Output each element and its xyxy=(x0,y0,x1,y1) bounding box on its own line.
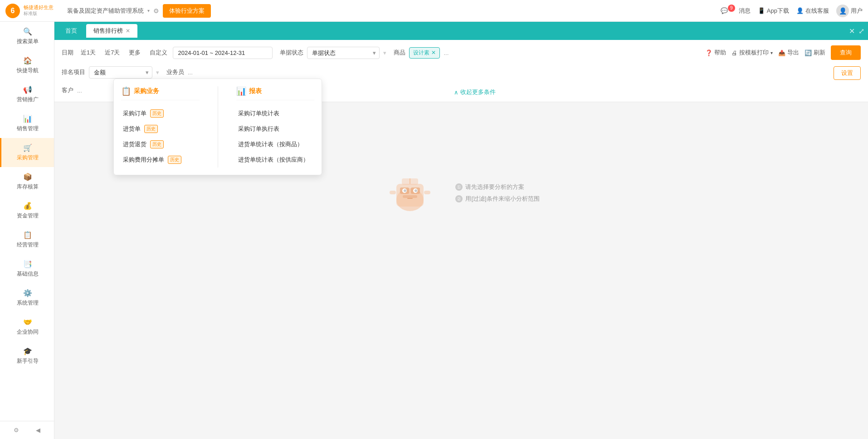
tab-home[interactable]: 首页 xyxy=(58,24,84,38)
sidebar-label-sales: 销售管理 xyxy=(17,125,39,133)
return-history-badge[interactable]: 历史 xyxy=(150,140,164,148)
sales-icon: 📊 xyxy=(23,114,32,123)
online-service-action[interactable]: 👤 在线客服 xyxy=(796,7,829,15)
app-download-label: App下载 xyxy=(767,7,789,15)
doc-status-label: 单据状态 xyxy=(280,49,303,57)
export-action[interactable]: 📤 导出 xyxy=(778,49,799,57)
sidebar-item-quick-nav[interactable]: 🏠 快捷导航 xyxy=(0,51,54,80)
customer-more[interactable]: ... xyxy=(77,87,82,94)
goods-tag-close-icon[interactable]: ✕ xyxy=(431,49,436,56)
logo-icon: 6 xyxy=(5,4,20,18)
tabbar-actions: ✕ ⤢ xyxy=(849,27,864,35)
help-action[interactable]: ❓ 帮助 xyxy=(705,49,726,57)
goods-filter: 商品 设计素 ✕ ... xyxy=(394,47,449,59)
menu-item-expense[interactable]: 采购费用分摊单 历史 xyxy=(121,152,200,168)
purchase-order-history-badge[interactable]: 历史 xyxy=(150,109,164,118)
menu-item-inbound-stats-supplier[interactable]: 进货单统计表（按供应商） xyxy=(236,152,315,168)
goods-more[interactable]: ... xyxy=(444,49,449,56)
sidebar-item-guide[interactable]: 🎓 新手引导 xyxy=(0,341,54,370)
report-section: 📊 报表 采购订单统计表 采购订单执行表 进货单统计表（按商品） 进货单统计表（… xyxy=(236,86,315,168)
svg-rect-11 xyxy=(424,191,430,194)
sidebar-item-search[interactable]: 🔍 搜索菜单 xyxy=(0,22,54,51)
menu-item-order-stats[interactable]: 采购订单统计表 xyxy=(236,106,315,121)
sidebar-item-base-info[interactable]: 📑 基础信息 xyxy=(0,254,54,283)
marketing-icon: 📢 xyxy=(23,85,32,94)
sidebar-item-inventory[interactable]: 📦 库存核算 xyxy=(0,167,54,196)
settings-icon[interactable]: ⚙ xyxy=(14,427,19,434)
goods-tag: 设计素 ✕ xyxy=(409,47,440,59)
menu-item-purchase-order[interactable]: 采购订单 历史 xyxy=(121,106,200,121)
print-action[interactable]: 🖨 按模板打印 ▾ xyxy=(731,49,773,57)
sidebar-item-marketing[interactable]: 📢 营销推广 xyxy=(0,80,54,109)
collapse-sidebar-icon[interactable]: ◀ xyxy=(36,427,40,434)
ranking-label: 排名项目 xyxy=(62,68,85,76)
sidebar-bottom: ⚙ ◀ xyxy=(0,421,54,439)
refresh-action[interactable]: 🔄 刷新 xyxy=(805,49,825,57)
toolbar-row: 日期 近1天 近7天 更多 自定义 单据状态 单据状态 xyxy=(62,45,861,60)
date-preset-1day[interactable]: 近1天 xyxy=(77,47,99,59)
operations-icon: 📋 xyxy=(23,231,32,239)
sidebar-item-operations[interactable]: 📋 经营管理 xyxy=(0,225,54,254)
ranking-filter: 排名项目 金额 ▾ xyxy=(62,66,159,79)
menu-item-return[interactable]: 进货退货 历史 xyxy=(121,137,200,152)
inbound-history-badge[interactable]: 历史 xyxy=(144,125,158,133)
tab-close-window-icon[interactable]: ✕ xyxy=(849,27,855,35)
message-action[interactable]: 💬 9 消息 xyxy=(721,7,751,15)
message-icon: 💬 xyxy=(721,7,728,14)
finance-icon: 💰 xyxy=(23,202,32,210)
goods-tag-text: 设计素 xyxy=(413,49,429,57)
sidebar-label-inventory: 库存核算 xyxy=(17,183,39,191)
expense-history-badge[interactable]: 历史 xyxy=(168,156,181,164)
empty-tip-1: ① 请先选择要分析的方案 xyxy=(455,181,539,193)
sidebar-item-sales[interactable]: 📊 销售管理 xyxy=(0,109,54,138)
inventory-icon: 📦 xyxy=(23,173,32,181)
main-area: 首页 销售排行榜 ✕ ✕ ⤢ 日期 近1天 近7天 更多 自定义 xyxy=(54,22,868,439)
salesperson-more[interactable]: ... xyxy=(188,69,193,76)
avatar: 👤 xyxy=(836,5,849,17)
collapse-row: ∧ 收起更多条件 xyxy=(454,88,496,96)
sidebar: 🔍 搜索菜单 🏠 快捷导航 📢 营销推广 📊 销售管理 🛒 采购管理 📦 库存核… xyxy=(0,22,54,439)
sidebar-label-marketing: 营销推广 xyxy=(17,96,39,104)
inbound-label: 进货单 xyxy=(123,125,141,133)
doc-status-select[interactable]: 单据状态 xyxy=(307,47,380,59)
menu-item-order-exec[interactable]: 采购订单执行表 xyxy=(236,121,315,137)
user-action[interactable]: 👤 用户 xyxy=(836,5,863,17)
industry-button[interactable]: 体验行业方案 xyxy=(163,4,211,18)
sidebar-label-finance: 资金管理 xyxy=(17,212,39,220)
service-icon: 👤 xyxy=(796,7,804,14)
tabbar: 首页 销售排行榜 ✕ ✕ ⤢ xyxy=(54,22,868,40)
sidebar-item-finance[interactable]: 💰 资金管理 xyxy=(0,196,54,225)
date-presets: 近1天 近7天 更多 自定义 xyxy=(77,47,273,59)
menu-item-inbound[interactable]: 进货单 历史 xyxy=(121,121,200,137)
tab-expand-icon[interactable]: ⤢ xyxy=(858,27,864,35)
ranking-select[interactable]: 金额 xyxy=(89,66,152,79)
app-download-action[interactable]: 📱 App下载 xyxy=(758,7,789,15)
customer-filter: 客户 ... xyxy=(62,86,82,94)
guide-icon: 🎓 xyxy=(23,347,32,355)
date-preset-more[interactable]: 更多 xyxy=(125,47,144,59)
doc-status-more[interactable]: ▾ xyxy=(383,49,386,56)
tab-close-icon[interactable]: ✕ xyxy=(126,28,130,34)
menu-item-inbound-stats-goods[interactable]: 进货单统计表（按商品） xyxy=(236,137,315,152)
doc-status-filter: 单据状态 单据状态 ▾ xyxy=(280,47,386,59)
topbar-right: 💬 9 消息 📱 App下载 👤 在线客服 👤 用户 xyxy=(721,5,863,17)
date-label: 日期 xyxy=(62,49,73,57)
ranking-select-wrapper: 金额 xyxy=(89,66,152,79)
query-button[interactable]: 查询 xyxy=(831,45,861,60)
sidebar-item-purchase[interactable]: 🛒 采购管理 xyxy=(0,138,54,167)
date-preset-custom[interactable]: 自定义 xyxy=(146,47,171,59)
date-range-input[interactable] xyxy=(173,47,273,59)
purchase-order-label: 采购订单 xyxy=(123,109,146,118)
system-dropdown-arrow[interactable]: ▾ xyxy=(147,8,150,13)
gear-icon[interactable]: ⚙ xyxy=(153,7,159,15)
sidebar-label-enterprise: 企业协同 xyxy=(17,328,39,336)
sidebar-item-enterprise[interactable]: 🤝 企业协同 xyxy=(0,312,54,341)
logo-version: 标准版 xyxy=(24,10,54,17)
print-dropdown-icon[interactable]: ▾ xyxy=(770,50,773,55)
tab-sales-rank[interactable]: 销售排行榜 ✕ xyxy=(86,24,137,38)
date-preset-7days[interactable]: 近7天 xyxy=(101,47,123,59)
purchase-section: 📋 采购业务 采购订单 历史 进货单 历史 进货退货 历史 采购费用分摊单 xyxy=(121,86,200,168)
collapse-button[interactable]: ∧ 收起更多条件 xyxy=(454,88,496,96)
sidebar-item-system[interactable]: ⚙️ 系统管理 xyxy=(0,283,54,312)
set-button[interactable]: 设置 xyxy=(834,66,861,80)
